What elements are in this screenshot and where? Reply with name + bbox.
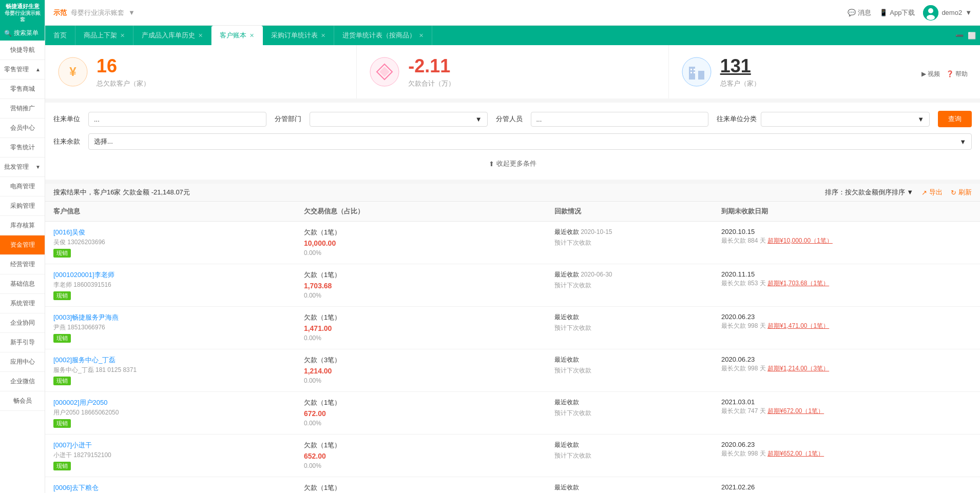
- filter-input-from-unit[interactable]: ...: [88, 112, 266, 127]
- debt-amount-0: 10,000.00: [304, 239, 554, 247]
- sidebar-item-11[interactable]: 经营管理: [0, 255, 45, 274]
- debt-amount-1: 1,703.68: [304, 282, 554, 290]
- collapse-window-icon[interactable]: ➖: [955, 32, 964, 40]
- tab-purchase-product[interactable]: 进货单统计表（按商品）✕: [334, 26, 432, 45]
- sidebar-item-12[interactable]: 基础信息: [0, 274, 45, 294]
- sidebar-item-14[interactable]: 企业协同: [0, 313, 45, 333]
- org-label: 母婴行业演示账套: [71, 8, 124, 17]
- search-button[interactable]: 查询: [938, 111, 972, 127]
- customer-tag-5: 现销: [53, 462, 71, 470]
- export-button[interactable]: ↗ 导出: [921, 188, 943, 197]
- overdue-link-4[interactable]: 超期¥672.00（1笔）: [767, 407, 824, 415]
- sidebar-item-8[interactable]: 采购管理: [0, 196, 45, 216]
- message-btn[interactable]: 💬 消息: [848, 8, 871, 17]
- expand-window-icon[interactable]: ⬜: [968, 32, 976, 40]
- filter-input-manager[interactable]: ...: [531, 112, 709, 127]
- sidebar-item-13[interactable]: 系统管理: [0, 294, 45, 313]
- next-payment-5: 预计下次收款: [554, 451, 721, 460]
- stat-icon-building: [681, 56, 712, 87]
- sidebar-item-4[interactable]: 会员中心: [0, 119, 45, 138]
- refresh-button[interactable]: ↻ 刷新: [951, 188, 972, 197]
- payment-info-3: 最近收款 预计下次收款: [554, 356, 721, 375]
- table-row: [0001020001]李老师 李老师 18600391516 现销 欠款（1笔…: [45, 264, 980, 307]
- sidebar-item-15[interactable]: 新手引导: [0, 333, 45, 352]
- customer-name-1[interactable]: [0001020001]李老师: [53, 271, 114, 279]
- filter-select-unit-type[interactable]: ▼: [761, 112, 930, 127]
- tab-product-listing[interactable]: 商品上下架 ✕: [75, 26, 133, 45]
- close-tab-inventory-history[interactable]: ✕: [198, 32, 203, 39]
- tab-home[interactable]: 首页: [45, 26, 75, 45]
- tab-purchase-order[interactable]: 采购订单统计表 ✕: [263, 26, 334, 45]
- tab-customer-account[interactable]: 客户账本 ✕: [212, 26, 263, 45]
- payment-info-1: 最近收款 2020-06-30 预计下次收款: [554, 270, 721, 290]
- sidebar-item-18[interactable]: 畅会员: [0, 391, 45, 411]
- debt-amount-2: 1,471.00: [304, 324, 554, 332]
- filter-select-balance[interactable]: 选择... ▼: [88, 133, 972, 150]
- due-days-1: 最长欠款 853 天 超期¥1,703.68（1笔）: [721, 279, 972, 288]
- customer-name-5[interactable]: [0007]小迸干: [53, 441, 92, 449]
- payment-info-6: 最近收款 预计下次收款: [554, 483, 721, 493]
- overdue-link-1[interactable]: 超期¥1,703.68（1笔）: [767, 280, 829, 287]
- tab-inventory-history[interactable]: 产成品入库单历史 ✕: [133, 26, 212, 45]
- overdue-link-5[interactable]: 超期¥652.00（1笔）: [767, 450, 824, 457]
- close-tab-purchase-product[interactable]: ✕: [419, 32, 424, 39]
- due-days-3: 最长欠款 998 天 超期¥1,214.00（3笔）: [721, 364, 972, 373]
- close-tab-product-listing[interactable]: ✕: [120, 32, 125, 39]
- sidebar-item-arrow-1: ▲: [35, 67, 41, 72]
- sidebar-item-5[interactable]: 零售统计: [0, 138, 45, 157]
- due-date-3: 2020.06.23: [721, 356, 972, 363]
- dropdown-icon[interactable]: ▼: [128, 9, 135, 16]
- debt-count-4: 欠款（1笔）: [304, 398, 554, 407]
- sidebar-item-1[interactable]: 零售管理▲: [0, 60, 45, 80]
- due-days-2: 最长欠款 998 天 超期¥1,471.00（1笔）: [721, 322, 972, 330]
- customer-phone-1: 李老师 18600391516: [53, 281, 304, 289]
- avatar: [923, 5, 938, 21]
- sidebar-item-2[interactable]: 零售商城: [0, 80, 45, 99]
- stat-number-total-debt: -2.11: [408, 55, 656, 77]
- sidebar-item-3[interactable]: 营销推广: [0, 99, 45, 119]
- app-download-btn[interactable]: 📱 App下载: [879, 8, 915, 17]
- user-info[interactable]: demo2 ▼: [923, 5, 972, 21]
- customer-name-4[interactable]: [000002]用户2050: [53, 399, 108, 406]
- customer-name-6[interactable]: [0006]去下粮仓: [53, 484, 99, 491]
- sidebar-search[interactable]: 🔍 搜索菜单: [0, 26, 45, 41]
- customer-name-0[interactable]: [0016]吴俊: [53, 228, 85, 236]
- customer-info-4: [000002]用户2050 用户2050 18665062050 现销: [53, 398, 304, 428]
- close-tab-purchase-order[interactable]: ✕: [321, 32, 325, 39]
- sidebar-item-6[interactable]: 批发管理▼: [0, 157, 45, 177]
- debt-info-4: 欠款（1笔） 672.00 0.00%: [304, 398, 554, 427]
- collapse-filters-btn[interactable]: ⬆ 收起更多条件: [53, 156, 972, 171]
- tabs-bar: 首页 商品上下架 ✕ 产成品入库单历史 ✕ 客户账本 ✕ 采购订单统计表 ✕ 进…: [45, 26, 980, 45]
- overdue-link-0[interactable]: 超期¥10,000.00（1笔）: [767, 237, 833, 244]
- filter-select-dept[interactable]: ▼: [310, 112, 488, 127]
- stat-label-customers-owing: 总欠款客户（家）: [97, 79, 344, 88]
- customer-name-3[interactable]: [0002]服务中心_丁磊: [53, 356, 116, 364]
- stat-number-customers-owing: 16: [97, 55, 344, 77]
- table-row: [0007]小迸干 小迸干 18279152100 现销 欠款（1笔） 652.…: [45, 435, 980, 477]
- customer-name-2[interactable]: [0003]畅捷服务尹海燕: [53, 313, 119, 321]
- sort-label[interactable]: 排序：按欠款金额倒序排序 ▼: [825, 188, 914, 197]
- due-info-5: 2020.06.23 最长欠款 998 天 超期¥652.00（1笔）: [721, 441, 972, 458]
- customer-tag-1: 现销: [53, 291, 71, 300]
- debt-info-3: 欠款（3笔） 1,214.00 0.00%: [304, 356, 554, 384]
- stat-number-total-customers: 131: [720, 55, 913, 77]
- video-link[interactable]: ▶ 视频: [921, 70, 940, 78]
- sidebar-item-10[interactable]: 资金管理: [0, 235, 45, 255]
- stat-icon-diamond: [369, 56, 400, 87]
- help-link[interactable]: ❓ 帮助: [946, 70, 968, 78]
- next-payment-1: 预计下次收款: [554, 281, 721, 290]
- sidebar-item-17[interactable]: 企业微信: [0, 372, 45, 391]
- due-info-0: 2020.10.15 最长欠款 884 天 超期¥10,000.00（1笔）: [721, 228, 972, 245]
- sidebar-item-0[interactable]: 快捷导航: [0, 41, 45, 60]
- overdue-link-3[interactable]: 超期¥1,214.00（3笔）: [767, 365, 829, 372]
- overdue-link-2[interactable]: 超期¥1,471.00（1笔）: [767, 322, 829, 329]
- topbar-right: 💬 消息 📱 App下载 demo2 ▼: [848, 5, 972, 21]
- sidebar-item-9[interactable]: 库存核算: [0, 216, 45, 235]
- filter-balance: 往来余款 选择... ▼: [53, 133, 972, 150]
- customer-tag-0: 现销: [53, 249, 71, 258]
- close-tab-customer-account[interactable]: ✕: [249, 32, 254, 39]
- svg-rect-11: [690, 69, 692, 70]
- sidebar-item-16[interactable]: 应用中心: [0, 352, 45, 372]
- refresh-icon: ↻: [951, 189, 956, 196]
- sidebar-item-7[interactable]: 电商管理: [0, 177, 45, 196]
